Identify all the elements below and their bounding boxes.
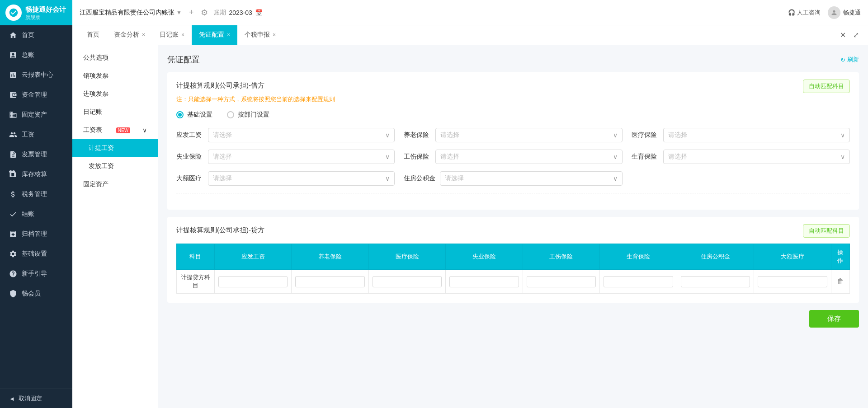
- cell-row-label: 计提贷方科目: [177, 270, 215, 294]
- sidebar-item-assets[interactable]: 固定资产: [0, 105, 72, 125]
- cell-yiliao[interactable]: [368, 270, 445, 294]
- select-daeliao[interactable]: 请选择 ∨: [208, 171, 395, 186]
- tab-home-label: 首页: [87, 31, 99, 39]
- sidebar-item-tax[interactable]: 税务管理: [0, 184, 72, 204]
- sidebar-item-reports[interactable]: 云报表中心: [0, 65, 72, 85]
- select-yiliao[interactable]: 请选择 ∨: [663, 128, 850, 142]
- credit-auto-match-button[interactable]: 自动匹配科目: [803, 224, 850, 238]
- th-gongshang: 工伤保险: [523, 244, 599, 270]
- sidebar-item-payroll[interactable]: 工资: [0, 125, 72, 145]
- refresh-icon: ↻: [840, 56, 845, 63]
- tab-voucher-close[interactable]: ×: [227, 32, 230, 38]
- sidebar-item-funds[interactable]: 资金管理: [0, 85, 72, 105]
- topbar-right: 🎧 人工咨询 畅捷通: [788, 6, 861, 19]
- tab-home[interactable]: 首页: [80, 25, 107, 45]
- cell-shengyu[interactable]: [600, 270, 677, 294]
- arrow-shiye-icon: ∨: [385, 153, 390, 160]
- add-account-button[interactable]: +: [187, 8, 196, 17]
- sidebar-cancel-fixed[interactable]: ◄ 取消固定: [0, 389, 72, 408]
- tab-funds-close[interactable]: ×: [142, 32, 145, 38]
- tab-voucher[interactable]: 凭证配置 ×: [192, 25, 237, 45]
- input-shengyu[interactable]: [604, 276, 673, 287]
- cell-gongshang[interactable]: [523, 270, 599, 294]
- tab-funds[interactable]: 资金分析 ×: [107, 25, 152, 45]
- placeholder-shengyu: 请选择: [668, 153, 687, 161]
- tabbar: 首页 资金分析 × 日记账 × 凭证配置 × 个税申报 × ✕ ⤢: [72, 25, 868, 45]
- cell-yingfa[interactable]: [214, 270, 291, 294]
- debit-auto-match-button[interactable]: 自动匹配科目: [803, 80, 850, 93]
- leftnav-sales[interactable]: 销项发票: [72, 67, 158, 85]
- credit-table: 科目 应发工资 养老保险 医疗保险 失业保险 工伤保险 生育保险 住房公积金 大…: [176, 244, 850, 294]
- save-button[interactable]: 保存: [809, 310, 859, 328]
- sidebar-item-settings[interactable]: 基础设置: [0, 244, 72, 264]
- leftnav-journal[interactable]: 日记账: [72, 103, 158, 121]
- debit-form-grid: 应发工资 请选择 ∨ 养老保险 请选择 ∨ 医疗: [176, 128, 850, 186]
- field-yingfa-gongzi: 应发工资 请选择 ∨: [176, 128, 395, 142]
- tab-close-button[interactable]: ✕: [838, 29, 848, 41]
- leftnav-purchase-label: 进项发票: [83, 90, 108, 97]
- th-shiye: 失业保险: [446, 244, 523, 270]
- new-badge: NEW: [116, 127, 130, 133]
- tab-expand-button[interactable]: ⤢: [851, 29, 861, 41]
- th-kemu: 科目: [177, 244, 215, 270]
- cell-delete[interactable]: 🗑: [831, 270, 849, 294]
- leftnav-fixed-assets[interactable]: 固定资产: [72, 175, 158, 193]
- user-menu[interactable]: 畅捷通: [828, 6, 861, 19]
- radio-basic[interactable]: 基础设置: [176, 111, 212, 119]
- select-shiye[interactable]: 请选择 ∨: [208, 150, 395, 164]
- sidebar-item-checkout[interactable]: 结账: [0, 204, 72, 224]
- sidebar-item-home[interactable]: 首页: [0, 25, 72, 45]
- leftnav-pay-payroll[interactable]: 发放工资: [72, 157, 158, 175]
- label-yingfa: 应发工资: [176, 131, 203, 139]
- table-row: 计提贷方科目 🗑: [177, 270, 850, 294]
- tab-tax-close[interactable]: ×: [273, 32, 276, 38]
- select-shengyu[interactable]: 请选择 ∨: [663, 150, 850, 164]
- sidebar-item-guide[interactable]: 新手引导: [0, 264, 72, 284]
- sidebar-item-ledger[interactable]: 总账: [0, 45, 72, 65]
- cell-daeliao[interactable]: [754, 270, 831, 294]
- refresh-button[interactable]: ↻ 刷新: [840, 56, 859, 64]
- arrow-yingfa-icon: ∨: [385, 131, 390, 139]
- select-gongshang[interactable]: 请选择 ∨: [435, 150, 622, 164]
- input-gongshang[interactable]: [527, 276, 596, 287]
- leftnav-payroll-label: 工资表: [83, 126, 102, 134]
- settings-icon[interactable]: ⚙: [201, 8, 208, 18]
- leftnav-pay-payroll-label: 发放工资: [89, 162, 114, 169]
- sidebar-label-home: 首页: [22, 31, 34, 39]
- sidebar-item-invoice[interactable]: 发票管理: [0, 145, 72, 164]
- input-yiliao[interactable]: [373, 276, 442, 287]
- tab-tax[interactable]: 个税申报 ×: [237, 25, 283, 45]
- delete-icon[interactable]: 🗑: [837, 277, 844, 285]
- tab-journal-close[interactable]: ×: [181, 32, 184, 38]
- select-zhufang[interactable]: 请选择 ∨: [440, 171, 622, 186]
- input-yanglao[interactable]: [295, 276, 364, 287]
- headphone-icon: 🎧: [788, 9, 795, 16]
- cell-yanglao[interactable]: [292, 270, 368, 294]
- table-body: 计提贷方科目 🗑: [177, 270, 850, 294]
- sidebar-item-archive[interactable]: 归档管理: [0, 224, 72, 244]
- radio-dept[interactable]: 按部门设置: [227, 111, 269, 119]
- debit-section-note: 注：只能选择一种方式，系统将按照您当前的选择来配置规则: [176, 95, 850, 103]
- leftnav-purchase[interactable]: 进项发票: [72, 85, 158, 103]
- select-yingfa[interactable]: 请选择 ∨: [208, 128, 395, 142]
- leftnav-payroll-header[interactable]: 工资表 NEW ∨: [72, 121, 158, 139]
- input-yingfa[interactable]: [218, 276, 288, 287]
- service-button[interactable]: 🎧 人工咨询: [788, 9, 821, 17]
- input-shiye[interactable]: [449, 276, 519, 287]
- input-zhufang[interactable]: [681, 276, 750, 287]
- arrow-daeliao-icon: ∨: [385, 175, 390, 182]
- sidebar-item-member[interactable]: 畅会员: [0, 284, 72, 304]
- logo-sub: 旗舰版: [25, 14, 66, 20]
- placeholder-gongshang: 请选择: [440, 153, 459, 161]
- sidebar-item-inventory[interactable]: 库存核算: [0, 164, 72, 184]
- service-label: 人工咨询: [797, 9, 821, 17]
- leftnav-public[interactable]: 公共选项: [72, 49, 158, 67]
- calendar-icon[interactable]: 📅: [255, 9, 263, 16]
- input-daeliao[interactable]: [758, 276, 827, 287]
- leftnav-calc-payroll[interactable]: 计提工资: [72, 139, 158, 157]
- cell-zhufang[interactable]: [677, 270, 754, 294]
- select-yanglao[interactable]: 请选择 ∨: [435, 128, 622, 142]
- company-selector[interactable]: 江西服宝精品有限责任公司内账张 ▼: [80, 9, 182, 17]
- cell-shiye[interactable]: [446, 270, 523, 294]
- tab-journal[interactable]: 日记账 ×: [152, 25, 192, 45]
